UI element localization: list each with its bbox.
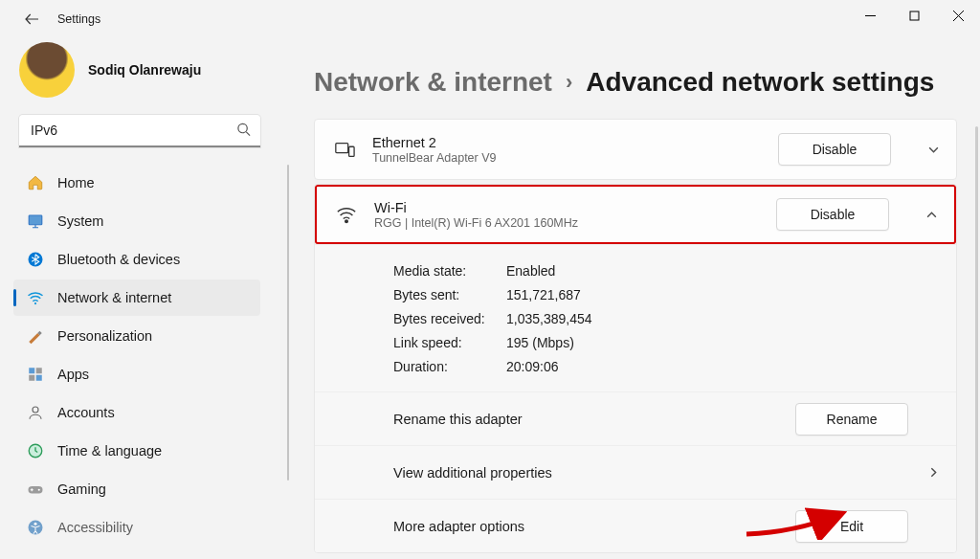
svg-point-12	[38, 489, 40, 491]
svg-rect-0	[910, 11, 919, 20]
search-box[interactable]	[19, 115, 260, 147]
svg-point-4	[34, 302, 36, 304]
breadcrumb-root[interactable]: Network & internet	[314, 67, 552, 98]
nav: Home System Bluetooth & devices Network …	[13, 165, 287, 546]
adapter-sub: TunnelBear Adapter V9	[372, 151, 761, 165]
stat-value: 20:09:06	[506, 359, 559, 374]
nav-label: Gaming	[57, 481, 106, 497]
ethernet-icon	[334, 139, 355, 160]
stat-label: Link speed:	[393, 335, 506, 350]
nav-network[interactable]: Network & internet	[13, 280, 260, 316]
network-icon	[27, 289, 44, 306]
nav-label: Network & internet	[57, 290, 171, 305]
nav-label: Apps	[57, 367, 89, 382]
home-icon	[27, 174, 44, 191]
nav-gaming[interactable]: Gaming	[13, 471, 260, 507]
nav-time[interactable]: Time & language	[13, 433, 260, 469]
nav-system[interactable]: System	[13, 203, 260, 239]
nav-accessibility[interactable]: Accessibility	[13, 509, 260, 546]
page-title: Advanced network settings	[586, 67, 934, 98]
nav-label: Accounts	[57, 405, 115, 420]
rename-label: Rename this adapter	[393, 412, 795, 427]
nav-accounts[interactable]: Accounts	[13, 394, 260, 431]
view-properties-row[interactable]: View additional properties	[315, 445, 956, 499]
stat-label: Duration:	[393, 359, 506, 374]
profile-name[interactable]: Sodiq Olanrewaju	[88, 62, 201, 78]
search-input[interactable]	[19, 115, 260, 147]
svg-rect-8	[36, 375, 42, 381]
nav-home[interactable]: Home	[13, 165, 260, 201]
disable-button[interactable]: Disable	[778, 133, 891, 166]
svg-rect-6	[36, 368, 42, 373]
apps-icon	[27, 366, 44, 383]
stat-label: Media state:	[393, 263, 506, 279]
close-button[interactable]	[936, 0, 980, 31]
svg-rect-16	[349, 146, 355, 156]
adapter-sub: RGG | Intel(R) Wi-Fi 6 AX201 160MHz	[374, 216, 759, 230]
bluetooth-icon	[27, 251, 44, 268]
adapter-row-ethernet[interactable]: Ethernet 2 TunnelBear Adapter V9 Disable	[315, 120, 956, 179]
adapter-stats: Media state:Enabled Bytes sent:151,721,6…	[315, 244, 956, 391]
view-properties-label: View additional properties	[393, 465, 908, 481]
breadcrumb: Network & internet › Advanced network se…	[314, 67, 957, 98]
nav-label: Home	[57, 175, 95, 190]
nav-label: Bluetooth & devices	[57, 252, 180, 267]
maximize-button[interactable]	[892, 0, 936, 31]
svg-point-14	[34, 523, 37, 525]
stat-value: 151,721,687	[506, 287, 581, 302]
minimize-button[interactable]	[848, 0, 892, 31]
nav-personalization[interactable]: Personalization	[13, 318, 260, 354]
chevron-right-icon	[925, 466, 941, 479]
stat-label: Bytes received:	[393, 311, 506, 326]
nav-bluetooth[interactable]: Bluetooth & devices	[13, 241, 260, 278]
disable-button[interactable]: Disable	[776, 198, 889, 231]
adapter-row-wifi[interactable]: Wi-Fi RGG | Intel(R) Wi-Fi 6 AX201 160MH…	[315, 185, 956, 244]
stat-value: 1,035,389,454	[506, 311, 592, 326]
chevron-right-icon: ›	[566, 70, 572, 95]
svg-rect-7	[29, 375, 34, 381]
scrollbar[interactable]	[975, 126, 978, 559]
rename-button[interactable]: Rename	[795, 403, 908, 436]
nav-apps[interactable]: Apps	[13, 356, 260, 392]
accessibility-icon	[27, 519, 44, 536]
more-options-label: More adapter options	[393, 519, 795, 534]
stat-value: 195 (Mbps)	[506, 335, 574, 350]
personalization-icon	[27, 327, 44, 345]
chevron-up-icon[interactable]	[924, 209, 939, 221]
svg-point-17	[345, 220, 348, 223]
adapter-title: Ethernet 2	[372, 135, 761, 150]
wifi-icon	[336, 204, 357, 225]
nav-label: Personalization	[57, 328, 152, 344]
svg-rect-5	[29, 368, 34, 373]
chevron-down-icon[interactable]	[925, 144, 941, 156]
accounts-icon	[27, 404, 44, 421]
svg-rect-15	[336, 144, 348, 153]
nav-label: Accessibility	[57, 520, 133, 535]
back-button[interactable]	[21, 9, 42, 30]
nav-label: System	[57, 213, 103, 229]
stat-label: Bytes sent:	[393, 287, 506, 302]
avatar[interactable]	[19, 42, 75, 98]
gaming-icon	[27, 481, 44, 498]
edit-button[interactable]: Edit	[795, 510, 908, 543]
time-icon	[27, 442, 44, 459]
more-adapter-options-row: More adapter options Edit ·	[315, 499, 956, 552]
stat-value: Enabled	[506, 263, 555, 279]
system-icon	[27, 212, 44, 230]
adapter-title: Wi-Fi	[374, 200, 759, 215]
svg-point-9	[33, 407, 38, 413]
window-title: Settings	[57, 12, 100, 26]
svg-rect-2	[29, 215, 42, 225]
nav-label: Time & language	[57, 443, 162, 458]
rename-adapter-row: Rename this adapter Rename ·	[315, 391, 956, 445]
